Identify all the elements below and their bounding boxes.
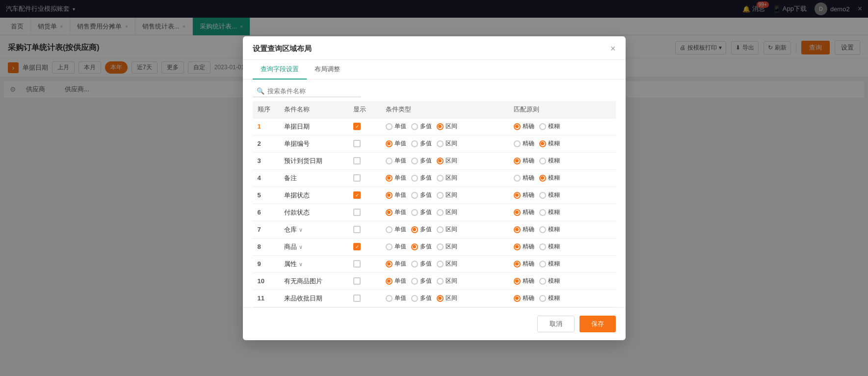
search-box: 🔍 <box>253 85 361 97</box>
col-header-type: 条件类型 <box>381 101 509 103</box>
dialog-search: 🔍 <box>243 80 626 101</box>
dialog-header: 设置查询区域布局 × <box>243 36 626 60</box>
dialog: 设置查询区域布局 × 查询字段设置 布局调整 🔍 顺序 <box>243 36 626 103</box>
dialog-close-button[interactable]: × <box>610 44 616 53</box>
col-header-order: 顺序 <box>253 101 279 103</box>
dialog-tab-layout[interactable]: 布局调整 <box>307 60 348 80</box>
modal-overlay: 设置查询区域布局 × 查询字段设置 布局调整 🔍 顺序 <box>0 0 868 102</box>
dialog-tabs: 查询字段设置 布局调整 <box>243 60 626 80</box>
dialog-tab-query-fields[interactable]: 查询字段设置 <box>253 60 307 80</box>
conditions-table: 顺序 条件名称 显示 条件类型 匹配原则 1单据日期✓单值多值区间精确模糊2单据… <box>253 101 616 103</box>
search-icon: 🔍 <box>257 87 264 95</box>
search-input[interactable] <box>267 87 356 95</box>
col-header-match: 匹配原则 <box>509 101 616 103</box>
col-header-name: 条件名称 <box>279 101 348 103</box>
dialog-title: 设置查询区域布局 <box>253 44 312 54</box>
col-header-display: 显示 <box>348 101 380 103</box>
dialog-table: 顺序 条件名称 显示 条件类型 匹配原则 1单据日期✓单值多值区间精确模糊2单据… <box>243 101 626 103</box>
